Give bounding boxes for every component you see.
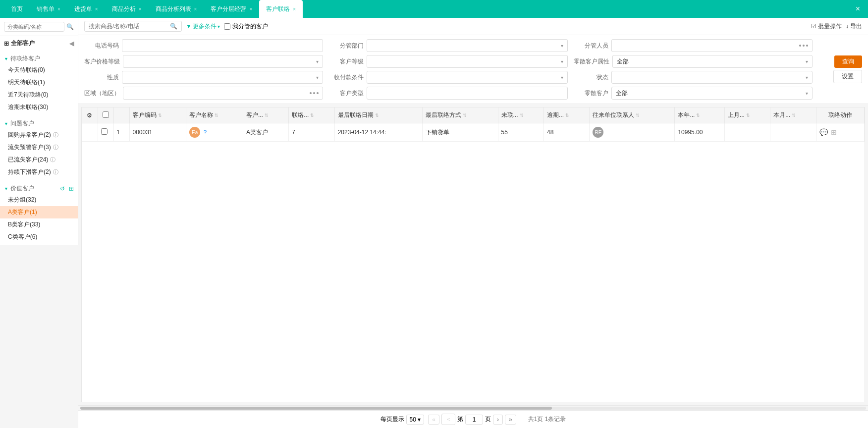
- price-grade-select[interactable]: ▾: [123, 55, 323, 68]
- row-contact-count: 7: [289, 123, 334, 142]
- value-customer-group[interactable]: ▼ 价值客户 ↺ ⊞: [0, 182, 78, 194]
- row-last-contact-way[interactable]: 下销货单: [422, 123, 498, 142]
- th-last-month[interactable]: 上月... ⇅: [724, 107, 770, 123]
- nav-tab-goods-list[interactable]: 商品分析列表×: [149, 0, 204, 18]
- th-unit-contact[interactable]: 往来单位联系人 ⇅: [590, 107, 675, 123]
- customer-grade-select[interactable]: ▾: [367, 55, 568, 68]
- sidebar-item-overdue[interactable]: 逾期未联络(30): [0, 101, 78, 113]
- region-input[interactable]: [123, 87, 323, 100]
- batch-operation-btn[interactable]: ☑ 批量操作: [811, 22, 842, 31]
- customer-name[interactable]: ？: [202, 128, 208, 137]
- expand-icon3: ▼: [4, 186, 8, 191]
- window-close-button[interactable]: ×: [852, 4, 864, 13]
- settings-button[interactable]: 设置: [833, 70, 862, 83]
- prev-page-button[interactable]: ＜: [441, 414, 455, 425]
- sidebar-search-input[interactable]: [4, 22, 64, 32]
- filter-search-input[interactable]: [89, 23, 168, 30]
- nav-tab-customer-segment[interactable]: 客户分层经营×: [204, 0, 259, 18]
- phone-label: 电话号码: [84, 42, 119, 50]
- select-all-checkbox[interactable]: [103, 111, 109, 118]
- row-this-year-amount: 10995.00: [675, 123, 724, 142]
- scrollbar-thumb[interactable]: [80, 407, 552, 410]
- export-btn[interactable]: ↓ 导出: [846, 22, 862, 31]
- th-this-year[interactable]: 本年... ⇅: [675, 107, 724, 123]
- th-this-month[interactable]: 本月... ⇅: [770, 107, 816, 123]
- sidebar-item-class-b[interactable]: B类客户(33): [0, 218, 78, 231]
- th-category[interactable]: 客户... ⇅: [243, 107, 288, 123]
- sidebar-collapse-icon[interactable]: ◀: [69, 40, 74, 47]
- sidebar-item-declining[interactable]: 持续下滑客户(2) ⓘ: [0, 166, 78, 178]
- nav-tab-close-sales[interactable]: ×: [57, 6, 60, 12]
- payment-select[interactable]: ▾: [367, 71, 568, 84]
- manager-input[interactable]: [611, 39, 813, 52]
- problem-customer-group[interactable]: ▼ 问题客户: [0, 117, 78, 129]
- nav-tab-close-goods-list[interactable]: ×: [194, 6, 197, 12]
- nav-tab-close-goods-analysis[interactable]: ×: [139, 6, 142, 12]
- sidebar-item-tomorrow[interactable]: 明天待联络(1): [0, 76, 78, 89]
- add-icon[interactable]: ⊞: [69, 185, 74, 192]
- query-button[interactable]: 查询: [834, 55, 862, 68]
- row-checkbox[interactable]: [101, 128, 108, 135]
- page-size-dropdown[interactable]: 50 ▾: [406, 415, 425, 425]
- sidebar-item-class-a[interactable]: A类客户(1): [0, 206, 78, 218]
- th-overdue[interactable]: 逾期... ⇅: [543, 107, 589, 123]
- th-uncontacted[interactable]: 未联... ⇅: [498, 107, 543, 123]
- retail-attr-select[interactable]: 全部 ▾: [612, 55, 813, 68]
- sidebar-item-repurchase-abnormal[interactable]: 回购异常客户(2) ⓘ: [0, 129, 78, 141]
- th-gear[interactable]: ⚙: [82, 107, 98, 123]
- qr-icon[interactable]: ⊞: [831, 128, 837, 136]
- more-conditions-btn[interactable]: ▼ 更多条件 ▾: [186, 22, 220, 31]
- th-no: [113, 107, 129, 123]
- my-customers-checkbox[interactable]: [224, 23, 230, 30]
- sidebar-item-class-c[interactable]: C类客户(6): [0, 231, 78, 243]
- message-icon[interactable]: 💬: [819, 128, 828, 136]
- th-last-contact-date[interactable]: 最后联络日期 ⇅: [334, 107, 422, 123]
- nav-tab-label-goods-analysis: 商品分析: [112, 5, 136, 13]
- nav-tab-customer-contact[interactable]: 客户联络×: [259, 0, 303, 18]
- nav-tab-purchase[interactable]: 进货单×: [67, 0, 105, 18]
- next-page-button[interactable]: ›: [493, 415, 503, 425]
- sidebar-item-today[interactable]: 今天待联络(0): [0, 64, 78, 76]
- grid-icon: ⊞: [4, 40, 9, 47]
- section-problem-customers: ▼ 问题客户 回购异常客户(2) ⓘ 流失预警客户(3) ⓘ 已流失客户(24)…: [0, 115, 78, 180]
- th-last-contact-way[interactable]: 最后联络方式 ⇅: [422, 107, 498, 123]
- status-select[interactable]: ▾: [611, 71, 813, 84]
- retail-customer-select[interactable]: 全部 ▾: [611, 87, 813, 100]
- filter-cell-retail-attr: 零散客户属性 全部 ▾: [574, 55, 818, 68]
- last-page-button[interactable]: »: [505, 415, 516, 425]
- nav-tab-home[interactable]: 首页: [4, 0, 30, 18]
- nav-tab-goods-analysis[interactable]: 商品分析×: [105, 0, 149, 18]
- refresh-icon[interactable]: ↺: [60, 185, 65, 192]
- pending-contact-group[interactable]: ▼ 待联络客户: [0, 53, 78, 64]
- th-name[interactable]: 客户名称 ⇅: [186, 107, 243, 123]
- dept-select[interactable]: ▾: [367, 39, 568, 52]
- first-page-button[interactable]: «: [428, 415, 439, 425]
- filter-row-4: 区域（地区） 客户类型 零散客户: [84, 87, 818, 100]
- nav-tab-close-purchase[interactable]: ×: [95, 6, 98, 12]
- sidebar-search-icon[interactable]: 🔍: [66, 23, 74, 30]
- nav-tab-sales[interactable]: 销售单×: [30, 0, 67, 18]
- th-code[interactable]: 客户编码 ⇅: [129, 107, 186, 123]
- sidebar-item-unclassified[interactable]: 未分组(32): [0, 194, 78, 206]
- sidebar-item-7days[interactable]: 近7天待联络(0): [0, 89, 78, 101]
- phone-input[interactable]: [122, 39, 323, 52]
- th-checkbox[interactable]: [98, 107, 113, 123]
- sidebar-item-churned[interactable]: 已流失客户(24) ⓘ: [0, 154, 78, 166]
- nav-tab-close-customer-segment[interactable]: ×: [249, 6, 252, 12]
- pending-contact-label: 待联络客户: [10, 54, 40, 63]
- sidebar-all-customers[interactable]: ⊞ 全部客户 ◀: [0, 36, 78, 51]
- nature-select[interactable]: ▾: [122, 71, 323, 84]
- filter-search-icon[interactable]: 🔍: [170, 23, 177, 30]
- page-number-input[interactable]: [465, 415, 483, 425]
- sidebar-item-churn-warning[interactable]: 流失预警客户(3) ⓘ: [0, 141, 78, 154]
- sort-icon-date: ⇅: [375, 113, 379, 118]
- th-action: 联络动作: [816, 107, 864, 123]
- payment-chevron-icon: ▾: [561, 75, 563, 80]
- nav-tab-close-customer-contact[interactable]: ×: [293, 6, 296, 12]
- customer-type-input[interactable]: [367, 87, 568, 100]
- nature-chevron-icon: ▾: [316, 75, 319, 80]
- nav-tab-label-customer-contact: 客户联络: [266, 5, 290, 13]
- declining-label: 持续下滑客户(2): [8, 168, 51, 176]
- th-contact[interactable]: 联络... ⇅: [289, 107, 334, 123]
- horizontal-scrollbar[interactable]: [78, 405, 868, 410]
